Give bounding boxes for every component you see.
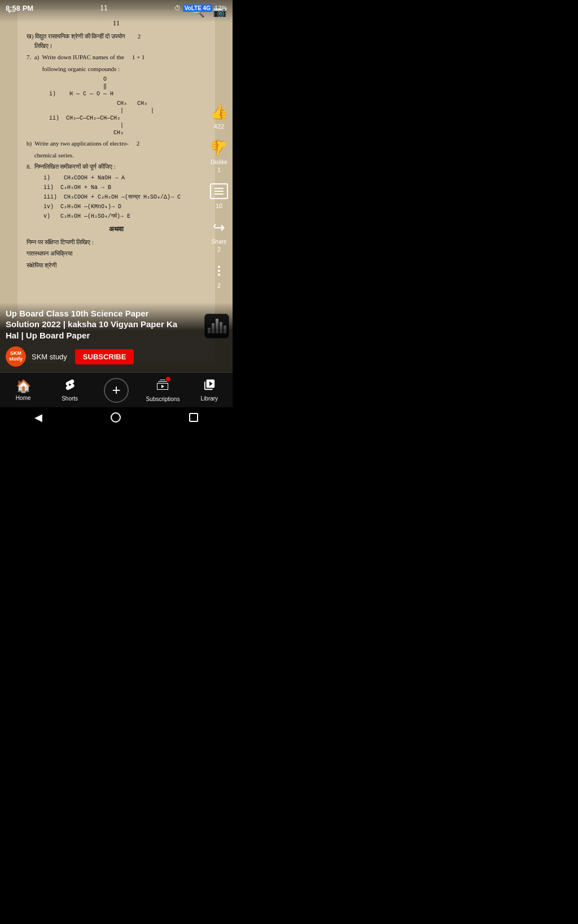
- q8iv: iv) C₂H₅OH —(KMnO₄)→ D: [43, 203, 206, 211]
- subscribe-button[interactable]: SUBSCRIBE: [75, 349, 134, 364]
- q7b-text: b) Write any two applications of electro…: [27, 139, 206, 148]
- channel-name: SKM study: [32, 353, 67, 361]
- shorts-label: Shorts: [62, 395, 78, 402]
- q6b-text2: लिखिए।: [27, 42, 52, 49]
- q7-header: 7. a) Write down IUPAC names of the 1 + …: [27, 52, 206, 62]
- bottom-navigation: 🏠 Home Shorts + Subscriptions Library: [0, 372, 233, 407]
- status-icons: ⏱ VoLTE 4G 12%: [174, 5, 227, 12]
- q7-header2: following organic compounds :: [27, 64, 206, 74]
- q7b-text2: chemical series.: [27, 151, 206, 160]
- video-title: Up Board Class 10th Science Paper Soluti…: [6, 308, 178, 341]
- recents-nav-button[interactable]: [189, 413, 198, 422]
- notification-dot: [166, 377, 170, 381]
- add-icon[interactable]: +: [104, 378, 129, 403]
- q8i: i) CH₃COOH + NaOH → A: [43, 174, 206, 182]
- like-button[interactable]: 👍 422: [209, 102, 229, 130]
- q8-header: 8. निम्नलिखित समीकरणों को पूर्ण कीजिए :: [27, 162, 206, 171]
- share-icon: ↪: [209, 217, 229, 237]
- q8-alt2: गातस्थापन अभिक्रिया: [27, 249, 206, 258]
- avatar-text: SKMstudy: [9, 351, 23, 362]
- subscriptions-icon: [156, 378, 169, 395]
- q8iii: iii) CH₃COOH + C₂H₅OH —(सान्द्र H₂SO₄/Δ)…: [43, 193, 206, 201]
- dislike-button[interactable]: 👎 Dislike 1: [209, 138, 229, 173]
- nav-subscriptions[interactable]: Subscriptions: [139, 378, 186, 402]
- share-label: Share: [212, 239, 227, 245]
- nav-home[interactable]: 🏠 Home: [0, 379, 46, 401]
- dislike-count: 1: [217, 166, 221, 173]
- library-label: Library: [201, 395, 218, 402]
- athwa: अथवा: [27, 224, 206, 234]
- question-8: 8. निम्नलिखित समीकरणों को पूर्ण कीजिए : …: [27, 162, 206, 270]
- status-bar: 8:58 PM 11 ⏱ VoLTE 4G 12%: [0, 0, 233, 16]
- action-panel: 👍 422 👎 Dislike 1 10: [209, 102, 229, 289]
- dislike-label: Dislike: [211, 159, 227, 165]
- back-nav-button[interactable]: ◀: [34, 411, 42, 424]
- q8-alt3: संक्षेपिया श्रेणी: [27, 261, 206, 270]
- page-indicator: 11: [100, 4, 107, 12]
- library-icon: [203, 379, 216, 394]
- comment-count: 10: [216, 203, 222, 209]
- share-count: 2: [217, 246, 221, 253]
- share-button[interactable]: ↪ Share 2: [209, 217, 229, 253]
- subscriptions-label: Subscriptions: [146, 396, 179, 402]
- status-time: 8:58 PM: [6, 4, 33, 12]
- compound-2: CH₃ CH₃ | | ii) CH₃—C—CH₂—CH—CH₃ | CH₃: [49, 100, 206, 137]
- question-6b: ख) विद्युत रासायनिक श्रेणी की किन्हीं दो…: [27, 32, 206, 50]
- question-7: 7. a) Write down IUPAC names of the 1 + …: [27, 52, 206, 160]
- add-plus: +: [112, 381, 120, 399]
- q8-alt: निम्न पर संक्षिप्त टिप्पणी लिखिए :: [27, 237, 206, 247]
- channel-avatar[interactable]: SKMstudy: [6, 346, 26, 367]
- q8ii: ii) C₂H₅OH + Na → B: [43, 183, 206, 192]
- video-player[interactable]: 11 ख) विद्युत रासायनिक श्रेणी की किन्हीं…: [0, 0, 233, 372]
- comment-button[interactable]: 10: [209, 181, 229, 209]
- more-icon: [209, 261, 229, 281]
- nav-shorts[interactable]: Shorts: [46, 379, 93, 402]
- dislike-icon: 👎: [209, 138, 229, 158]
- channel-row: SKMstudy SKM study SUBSCRIBE: [6, 346, 227, 367]
- nav-add[interactable]: +: [93, 378, 139, 403]
- video-info-overlay: Up Board Class 10th Science Paper Soluti…: [0, 302, 233, 373]
- like-icon: 👍: [209, 102, 229, 122]
- more-count: 2: [217, 282, 221, 289]
- home-icon: 🏠: [16, 379, 31, 394]
- q6b-text: ख) विद्युत रासायनिक श्रेणी की किन्हीं दो…: [27, 33, 141, 39]
- nav-library[interactable]: Library: [186, 379, 233, 402]
- comment-icon: [209, 181, 229, 201]
- home-label: Home: [16, 395, 31, 401]
- q8v: v) C₂H₅OH —(H₂SO₄/गर्म)→ E: [43, 212, 206, 221]
- network-type: VoLTE 4G: [183, 5, 212, 12]
- battery-level: 12%: [214, 5, 227, 11]
- more-button[interactable]: 2: [209, 261, 229, 289]
- system-nav-bar: ◀: [0, 407, 233, 428]
- like-count: 422: [214, 123, 224, 130]
- network-icon: ⏱: [174, 5, 181, 11]
- home-nav-button[interactable]: [111, 412, 121, 423]
- compound-1: O ‖ i) H — C — O — H: [49, 76, 206, 98]
- shorts-icon: [64, 379, 76, 394]
